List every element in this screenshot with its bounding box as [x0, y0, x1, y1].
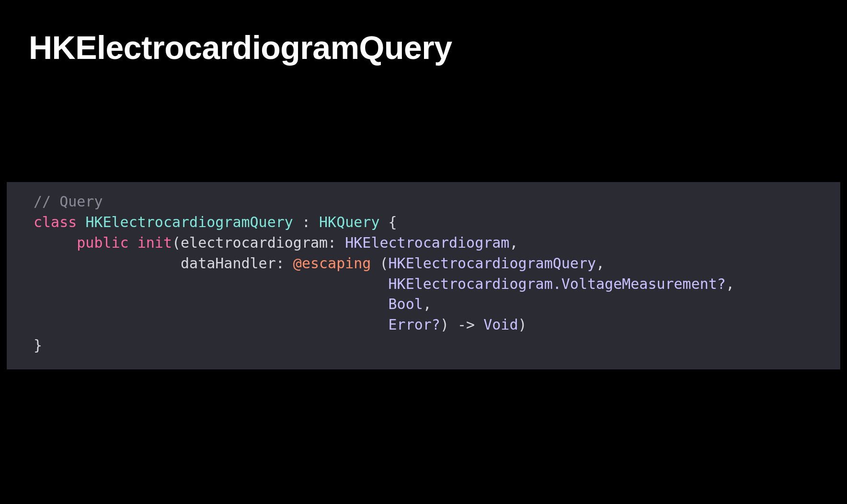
code-return-type: Void: [483, 316, 518, 333]
code-comma-4: ,: [423, 296, 432, 312]
code-param-label-1: electrocardiogram:: [181, 234, 345, 251]
code-brace-close: }: [34, 337, 42, 354]
code-indent: [34, 316, 389, 333]
code-classname: HKElectrocardiogramQuery: [85, 214, 293, 230]
code-keyword-public: public: [77, 234, 128, 251]
code-content: // Query class HKElectrocardiogramQuery …: [34, 192, 813, 356]
code-comma-3: ,: [726, 275, 734, 292]
code-indent: [34, 275, 389, 292]
code-type-3: Bool: [389, 296, 423, 312]
code-param-label-2: dataHandler:: [181, 255, 293, 272]
code-indent: [34, 296, 389, 312]
code-indent: [34, 234, 77, 251]
code-type-1: HKElectrocardiogramQuery: [389, 255, 596, 272]
code-type-2: HKElectrocardiogram.VoltageMeasurement?: [389, 275, 726, 292]
code-comma-2: ,: [596, 255, 605, 272]
code-block: // Query class HKElectrocardiogramQuery …: [7, 182, 840, 369]
code-comma-1: ,: [509, 234, 518, 251]
slide: HKElectrocardiogramQuery // Query class …: [0, 0, 847, 504]
code-colon: :: [293, 214, 319, 230]
code-tuple-open: (: [379, 255, 388, 272]
code-paren-close: ): [518, 316, 527, 333]
code-tuple-close: ) ->: [440, 316, 483, 333]
code-param-type-1: HKElectrocardiogram: [345, 234, 509, 251]
code-comment: // Query: [34, 193, 103, 210]
code-attr-escaping: @escaping: [293, 255, 371, 272]
code-paren-open: (: [172, 234, 181, 251]
code-superclass: HKQuery: [319, 214, 379, 230]
code-keyword-class: class: [34, 214, 77, 230]
code-space: [129, 234, 137, 251]
slide-title: HKElectrocardiogramQuery: [29, 29, 452, 66]
code-type-4: Error?: [389, 316, 440, 333]
code-indent: [34, 255, 181, 272]
code-brace-open: {: [379, 214, 397, 230]
code-space: [371, 255, 379, 272]
code-keyword-init: init: [137, 234, 172, 251]
